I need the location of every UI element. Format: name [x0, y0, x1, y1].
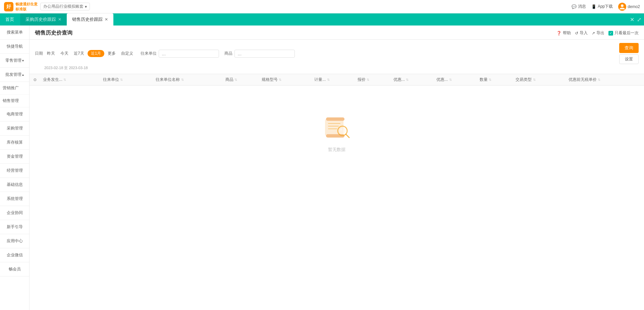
svg-rect-2 [326, 117, 344, 121]
message-button[interactable]: 💬 消息 [572, 4, 586, 9]
svg-point-8 [339, 127, 346, 134]
sidebar-item-retail-mgmt[interactable]: 零售管理 ▾ [0, 54, 29, 68]
tab-purchase-history-close[interactable]: ✕ [58, 17, 61, 22]
partner-label: 往来单位 [141, 51, 157, 56]
data-table: ⚙ 业务发生... ⇅ 往来单位 ⇅ 往来单位名称 ⇅ [30, 74, 644, 179]
sidebar-item-finance[interactable]: 资金管理 [0, 150, 29, 164]
sort-icon-biz-date: ⇅ [63, 78, 66, 82]
help-button[interactable]: ❓ 帮助 [556, 30, 571, 36]
tab-purchase-history[interactable]: 采购历史价跟踪 ✕ [20, 13, 67, 25]
page-header: 销售历史价查询 ❓ 帮助 ↺ 导入 ↗ 导出 ✓ 只看最后一次 [30, 25, 644, 40]
gear-icon[interactable]: ⚙ [33, 78, 37, 82]
top-bar-right: 💬 消息 📱 App下载 demo2 [572, 3, 640, 11]
export-icon: ↗ [592, 31, 595, 36]
chevron-down-icon: ▾ [22, 59, 24, 62]
checkbox-checked-icon: ✓ [608, 31, 613, 36]
th-unit[interactable]: 计量... ⇅ [312, 74, 355, 86]
sidebar-item-wechat[interactable]: 企业微信 [0, 248, 29, 262]
th-product[interactable]: 商品 ⇅ [223, 74, 259, 86]
date-btn-today[interactable]: 今天 [58, 50, 70, 57]
top-bar: 好 畅捷通好生意 标准版 办公用品行业模拟账套 ▾ 💬 消息 📱 App下载 [0, 0, 644, 13]
maximize-button[interactable]: ⤢ [637, 16, 641, 23]
export-button[interactable]: ↗ 导出 [592, 30, 604, 36]
main-layout: 搜索菜单 快捷导航 零售管理 ▾ 批发管理 ▴ 营销推广 销售管理 电商管理 采… [0, 25, 644, 310]
sort-icon-spec: ⇅ [279, 78, 281, 82]
sidebar-item-app-center[interactable]: 应用中心 [0, 234, 29, 248]
sidebar: 搜索菜单 快捷导航 零售管理 ▾ 批发管理 ▴ 营销推广 销售管理 电商管理 采… [0, 25, 30, 310]
sidebar-item-wholesale-mgmt[interactable]: 批发管理 ▴ [0, 68, 29, 82]
sort-icon-discount1: ⇅ [406, 78, 409, 82]
th-trade-type[interactable]: 交易类型 ⇅ [513, 74, 566, 86]
sidebar-item-inventory[interactable]: 库存核算 [0, 136, 29, 150]
sidebar-item-quick-nav[interactable]: 快捷导航 [0, 40, 29, 54]
partner-filter: 往来单位 ... [141, 50, 219, 58]
sidebar-item-purchase-mgmt[interactable]: 采购管理 [0, 121, 29, 136]
svg-point-0 [621, 4, 624, 7]
product-dots: ... [237, 51, 241, 56]
sort-icon-trade-type: ⇅ [533, 78, 536, 82]
sidebar-item-search-menu[interactable]: 搜索菜单 [0, 25, 29, 40]
partner-input[interactable]: ... [159, 50, 219, 58]
user-menu[interactable]: demo2 [618, 3, 640, 11]
date-btn-custom[interactable]: 自定义 [119, 50, 135, 57]
date-range-text: 2023-02-18 至 2023-03-18 [44, 65, 639, 70]
date-btn-yesterday[interactable]: 昨天 [45, 50, 57, 57]
sidebar-item-basic-info[interactable]: 基础信息 [0, 178, 29, 192]
sort-icon-partner-name: ⇅ [181, 78, 184, 82]
date-btn-7days[interactable]: 近7天 [72, 50, 86, 57]
product-input[interactable]: ... [234, 50, 295, 58]
avatar [618, 3, 626, 11]
date-label: 日期 [35, 51, 43, 56]
th-gear[interactable]: ⚙ [30, 74, 40, 86]
content-area: 销售历史价查询 ❓ 帮助 ↺ 导入 ↗ 导出 ✓ 只看最后一次 [30, 25, 644, 310]
date-btn-more[interactable]: 更多 [106, 50, 118, 57]
sort-icon-discount2: ⇅ [449, 78, 452, 82]
th-discount2[interactable]: 优惠... ⇅ [434, 74, 477, 86]
import-button[interactable]: ↺ 导入 [575, 30, 588, 36]
table-header-row: ⚙ 业务发生... ⇅ 往来单位 ⇅ 往来单位名称 ⇅ [30, 74, 644, 86]
empty-row: 暂无数据 [30, 86, 644, 180]
empty-illustration [320, 112, 354, 143]
th-partner-code[interactable]: 往来单位 ⇅ [100, 74, 153, 86]
th-spec[interactable]: 规格型号 ⇅ [259, 74, 312, 86]
sort-icon-price: ⇅ [367, 78, 369, 82]
th-biz-date[interactable]: 业务发生... ⇅ [40, 74, 100, 86]
filter-buttons: 查询 设置 [619, 43, 639, 64]
only-last-checkbox-label[interactable]: ✓ 只看最后一次 [608, 30, 639, 36]
query-button[interactable]: 查询 [619, 43, 639, 53]
th-discount1[interactable]: 优惠... ⇅ [391, 74, 434, 86]
close-tab-button[interactable]: ✕ [630, 16, 634, 23]
tab-sales-history-close[interactable]: ✕ [105, 17, 108, 22]
product-label: 商品 [224, 51, 232, 56]
logo-icon: 好 [4, 2, 13, 11]
sidebar-item-system-mgmt[interactable]: 系统管理 [0, 192, 29, 206]
sidebar-item-beginner[interactable]: 新手引导 [0, 220, 29, 234]
sidebar-item-ecommerce[interactable]: 电商管理 [0, 107, 29, 121]
sort-icon-product: ⇅ [234, 78, 237, 82]
empty-text: 暂无数据 [328, 147, 345, 153]
table-container: ⚙ 业务发生... ⇅ 往来单位 ⇅ 往来单位名称 ⇅ [30, 74, 644, 310]
partner-dots: ... [162, 51, 166, 56]
tab-sales-history[interactable]: 销售历史价跟踪 ✕ [67, 13, 113, 25]
setting-button[interactable]: 设置 [619, 54, 639, 64]
empty-state: 暂无数据 [30, 86, 644, 179]
date-btn-1month[interactable]: 近1月 [88, 50, 105, 57]
th-pre-tax-price[interactable]: 优惠前无税单价 ⇅ [566, 74, 644, 86]
sidebar-item-enterprise[interactable]: 企业协同 [0, 206, 29, 220]
product-filter: 商品 ... [224, 50, 295, 58]
page-actions: ❓ 帮助 ↺ 导入 ↗ 导出 ✓ 只看最后一次 [556, 30, 639, 36]
sidebar-item-sales-mgmt[interactable]: 销售管理 [0, 95, 29, 107]
th-price[interactable]: 报价 ⇅ [355, 74, 391, 86]
app-download-button[interactable]: 📱 App下载 [591, 4, 613, 9]
workspace-selector[interactable]: 办公用品行业模拟账套 ▾ [40, 3, 90, 10]
sort-icon-pre-tax-price: ⇅ [598, 78, 600, 82]
th-quantity[interactable]: 数量 ⇅ [477, 74, 513, 86]
sidebar-item-member[interactable]: 畅会员 [0, 262, 29, 276]
tab-home[interactable]: 首页 [0, 13, 19, 25]
chevron-down-icon: ▾ [85, 4, 87, 9]
th-partner-name[interactable]: 往来单位名称 ⇅ [153, 74, 223, 86]
help-icon: ❓ [556, 31, 561, 36]
filter-row: 日期 昨天 今天 近7天 近1月 更多 自定义 往来单位 ... [35, 43, 639, 64]
sidebar-item-marketing[interactable]: 营销推广 [0, 82, 29, 95]
sidebar-item-operations[interactable]: 经营管理 [0, 164, 29, 178]
